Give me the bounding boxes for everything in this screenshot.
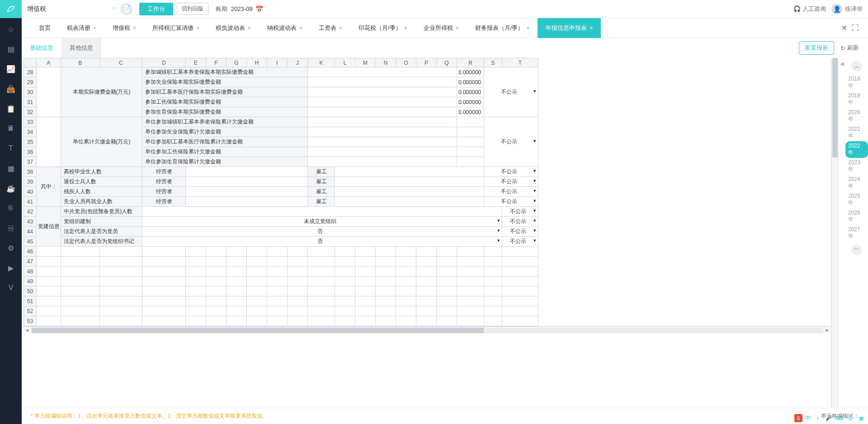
footer-note: * 单元格编辑说明：1、点击单元格直接录入数值或文本。2、清空单元格数值或文本恢… bbox=[31, 412, 268, 420]
consult-link[interactable]: 🎧 人工咨询 bbox=[793, 5, 826, 13]
tray-shirt-icon[interactable]: 👕 bbox=[846, 414, 854, 422]
scroll-left-icon[interactable]: ◄ bbox=[24, 328, 31, 333]
nav-inbox-icon[interactable]: ⌸ bbox=[5, 223, 16, 233]
workspace-button[interactable]: 工作台 bbox=[139, 3, 173, 15]
chevron-down-icon: ﹀ bbox=[112, 5, 118, 13]
col-M[interactable]: M bbox=[355, 58, 376, 67]
col-T[interactable]: T bbox=[502, 58, 538, 67]
vertical-scrollbar[interactable] bbox=[831, 58, 838, 408]
col-I[interactable]: I bbox=[267, 58, 288, 67]
col-C[interactable]: C bbox=[100, 58, 142, 67]
nav-home-icon[interactable]: ⌂ bbox=[5, 24, 16, 34]
tab-纳税波动表[interactable]: 纳税波动表× bbox=[259, 18, 311, 38]
tray-mic-icon[interactable]: 🎤 bbox=[825, 414, 833, 422]
nav-chart-icon[interactable]: 📈 bbox=[5, 63, 16, 74]
year-2024年[interactable]: 2024年 bbox=[845, 175, 868, 191]
tab-税表清册[interactable]: 税表清册× bbox=[59, 18, 104, 38]
expand-icon[interactable]: ⛶ bbox=[852, 24, 859, 32]
app-logo-icon bbox=[0, 0, 22, 18]
col-F[interactable]: F bbox=[206, 58, 226, 67]
close-icon[interactable]: × bbox=[456, 25, 459, 31]
close-icon[interactable]: × bbox=[526, 25, 529, 31]
nav-play-icon[interactable]: ▶ bbox=[5, 262, 16, 273]
close-icon[interactable]: × bbox=[404, 25, 407, 31]
col-S[interactable]: S bbox=[484, 58, 502, 67]
nav-doc-icon[interactable]: ▤ bbox=[5, 43, 16, 54]
year-2019年[interactable]: 2019年 bbox=[845, 91, 868, 108]
user-menu[interactable]: 👤 徐泽华 bbox=[831, 4, 863, 14]
refresh-button[interactable]: ↻ 刷新 bbox=[840, 44, 859, 52]
period-label: 账期 bbox=[216, 5, 227, 13]
nav-calc-icon[interactable]: 🖩 bbox=[5, 123, 16, 134]
tab-所得税汇算清缴[interactable]: 所得税汇算清缴× bbox=[144, 18, 208, 38]
col-N[interactable]: N bbox=[376, 58, 396, 67]
switch-old-button[interactable]: 切到旧版 bbox=[177, 3, 208, 15]
nav-calendar-icon[interactable]: ▦ bbox=[5, 163, 16, 174]
scroll-right-icon[interactable]: ► bbox=[824, 328, 831, 333]
year-down-icon[interactable]: ︾ bbox=[851, 244, 862, 255]
close-icon[interactable]: × bbox=[339, 25, 342, 31]
nav-clipboard-icon[interactable]: 📋 bbox=[5, 103, 16, 114]
col-J[interactable]: J bbox=[288, 58, 308, 67]
col-D[interactable]: D bbox=[142, 58, 186, 67]
collapse-year-icon[interactable]: ◀ bbox=[840, 61, 844, 67]
close-all-icon[interactable]: ✕ bbox=[841, 24, 847, 32]
year-2020年[interactable]: 2020年 bbox=[845, 108, 868, 124]
col-L[interactable]: L bbox=[335, 58, 355, 67]
col-P[interactable]: P bbox=[416, 58, 437, 67]
calendar-icon[interactable]: 📅 bbox=[255, 5, 263, 13]
tray-lang[interactable]: 中 bbox=[805, 414, 811, 422]
spreadsheet[interactable]: ABCDEFGHIJKLMNOPQRST28本期实际缴费金额(万元)参加城镇职工… bbox=[22, 58, 831, 408]
year-2027年[interactable]: 2027年 bbox=[845, 225, 868, 242]
nav-bag-icon[interactable]: 👜 bbox=[5, 83, 16, 94]
subtab-other[interactable]: 其他信息 bbox=[61, 38, 101, 58]
horizontal-scrollbar[interactable]: ◄ ► bbox=[24, 326, 831, 333]
tab-首页[interactable]: 首页 bbox=[31, 18, 59, 38]
nav-v-icon[interactable]: V bbox=[5, 282, 16, 293]
nav-settings-icon[interactable]: ⚙ bbox=[5, 243, 16, 253]
period-value[interactable]: 2023-09 bbox=[231, 5, 253, 12]
tray-keyboard-icon[interactable]: ⌨ bbox=[835, 414, 844, 422]
subtab-basic[interactable]: 基础信息 bbox=[22, 38, 61, 58]
close-icon[interactable]: × bbox=[196, 25, 199, 31]
nav-folder-icon[interactable]: ⎘ bbox=[5, 203, 16, 214]
year-2026年[interactable]: 2026年 bbox=[845, 208, 868, 225]
reset-button[interactable]: 重置报表 bbox=[799, 41, 834, 55]
tab-税负波动表[interactable]: 税负波动表× bbox=[208, 18, 259, 38]
tab-企业所得税[interactable]: 企业所得税× bbox=[415, 18, 467, 38]
col-B[interactable]: B bbox=[61, 58, 100, 67]
col-R[interactable]: R bbox=[457, 58, 484, 67]
col-O[interactable]: O bbox=[396, 58, 416, 67]
app-selector-label: 增值税 bbox=[27, 5, 46, 13]
close-icon[interactable]: × bbox=[133, 25, 136, 31]
col-H[interactable]: H bbox=[247, 58, 267, 67]
nav-text-icon[interactable]: T bbox=[5, 143, 16, 154]
year-2018年[interactable]: 2018年 bbox=[845, 74, 868, 91]
col-Q[interactable]: Q bbox=[437, 58, 457, 67]
system-tray: S 中 ▪ 🎤 ⌨ 👕 ▦ bbox=[794, 414, 865, 422]
close-icon[interactable]: × bbox=[590, 25, 593, 31]
year-2025年[interactable]: 2025年 bbox=[845, 191, 868, 208]
col-A[interactable]: A bbox=[37, 58, 61, 67]
year-2022年[interactable]: 2022年 bbox=[845, 141, 868, 158]
tab-年报信息申报表[interactable]: 年报信息申报表× bbox=[538, 18, 601, 38]
tray-ime-icon[interactable]: S bbox=[794, 414, 802, 422]
col-E[interactable]: E bbox=[186, 58, 206, 67]
year-2021年[interactable]: 2021年 bbox=[845, 124, 868, 141]
col-G[interactable]: G bbox=[226, 58, 247, 67]
year-2023年[interactable]: 2023年 bbox=[845, 158, 868, 175]
close-icon[interactable]: × bbox=[248, 25, 251, 31]
tray-punct-icon[interactable]: ▪ bbox=[814, 414, 822, 422]
tab-增值税[interactable]: 增值税× bbox=[104, 18, 144, 38]
close-icon[interactable]: × bbox=[299, 25, 302, 31]
tab-财务报表（月/季）[interactable]: 财务报表（月/季）× bbox=[467, 18, 538, 38]
app-selector[interactable]: 增值税 ﹀ bbox=[27, 5, 118, 13]
tab-印花税（月/季）[interactable]: 印花税（月/季）× bbox=[350, 18, 415, 38]
col-K[interactable]: K bbox=[308, 58, 335, 67]
close-icon[interactable]: × bbox=[93, 25, 96, 31]
doc-circle-button[interactable]: 📄 bbox=[120, 3, 133, 15]
year-up-icon[interactable]: ︽ bbox=[851, 61, 862, 71]
nav-active-icon[interactable]: ☕ bbox=[5, 183, 16, 194]
tray-grid-icon[interactable]: ▦ bbox=[857, 414, 865, 422]
tab-工资表[interactable]: 工资表× bbox=[311, 18, 350, 38]
